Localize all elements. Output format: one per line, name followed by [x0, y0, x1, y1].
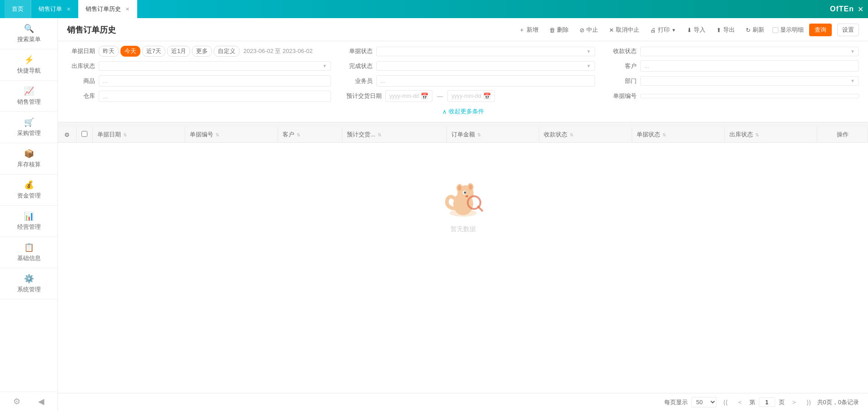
sidebar-item-base-info[interactable]: 📋 基础信息	[0, 237, 58, 268]
date-7days-btn[interactable]: 近7天	[142, 46, 165, 57]
import-icon: ⬇	[687, 27, 692, 34]
col-amount[interactable]: 订单金额 ⇅	[446, 127, 539, 143]
display-toggle[interactable]: 显示明细	[772, 26, 804, 34]
prev-page-btn[interactable]: ＜	[734, 397, 746, 407]
svg-point-8	[464, 192, 466, 194]
order-status-chevron: ▼	[586, 49, 591, 54]
sidebar-item-search-menu[interactable]: 🔍 搜索菜单	[0, 18, 58, 49]
col-settings[interactable]: ⚙	[58, 127, 76, 143]
date-today-btn[interactable]: 今天	[120, 46, 140, 57]
filter-section-receipt-status: 收款状态 ▼	[595, 47, 859, 56]
tab-sales-order[interactable]: 销售订单 ✕	[31, 0, 78, 18]
svg-point-4	[458, 185, 461, 191]
delivery-date-to-input[interactable]: yyyy-mm-dd 📅	[447, 90, 494, 102]
receipt-status-select[interactable]: ▼	[640, 47, 859, 56]
customer-input[interactable]: ...	[640, 60, 859, 72]
tab-sales-order-history[interactable]: 销售订单历史 ✕	[78, 0, 137, 18]
salesperson-input[interactable]: ...	[376, 75, 595, 87]
print-button[interactable]: 🖨 打印 ▼	[647, 24, 679, 36]
page-title-row: 销售订单历史 ＋ 新增 🗑 删除 ⊘ 中止 ✕	[67, 24, 859, 41]
cancel-stop-icon: ✕	[609, 27, 614, 34]
sidebar-item-sales[interactable]: 📈 销售管理	[0, 81, 58, 112]
sidebar-item-quick-nav[interactable]: ⚡ 快捷导航	[0, 49, 58, 81]
sidebar-item-operations[interactable]: 📊 经营管理	[0, 206, 58, 237]
collapse-label: 收起更多条件	[449, 107, 484, 116]
refresh-button[interactable]: ↻ 刷新	[743, 24, 767, 36]
sidebar-item-purchase[interactable]: 🛒 采购管理	[0, 112, 58, 143]
main-layout: 🔍 搜索菜单 ⚡ 快捷导航 📈 销售管理 🛒 采购管理 📦 库存核算 💰 资金管…	[0, 18, 868, 411]
stop-label: 中止	[586, 26, 598, 34]
col-date[interactable]: 单据日期 ⇅	[92, 127, 185, 143]
sidebar-item-inventory[interactable]: 📦 库存核算	[0, 143, 58, 174]
col-delivery[interactable]: 预计交货... ⇅	[342, 127, 446, 143]
salesperson-label: 业务员	[345, 77, 376, 85]
select-all-checkbox[interactable]	[82, 131, 87, 137]
page-size-select[interactable]: 20 50 100 200	[691, 397, 717, 407]
filter-section-order-status: 单据状态 ▼	[331, 47, 595, 56]
page-number-input[interactable]	[759, 397, 775, 407]
inventory-icon: 📦	[24, 149, 34, 159]
sidebar-item-sys-label: 系统管理	[17, 285, 41, 294]
cancel-stop-button[interactable]: ✕ 取消中止	[606, 24, 642, 36]
tab-sales-order-history-close[interactable]: ✕	[125, 6, 129, 12]
last-page-btn[interactable]: ⟩⟩	[804, 398, 814, 407]
sidebar-item-sys-mgmt[interactable]: ⚙️ 系统管理	[0, 268, 58, 300]
date-more-btn[interactable]: 更多	[192, 46, 212, 57]
date-custom-btn[interactable]: 自定义	[214, 46, 240, 57]
delete-button[interactable]: 🗑 删除	[547, 24, 571, 36]
table-settings-icon[interactable]: ⚙	[64, 131, 70, 138]
import-button[interactable]: ⬇ 导入	[684, 24, 708, 36]
warehouse-label: 仓库	[67, 92, 99, 100]
col-order-no[interactable]: 单据编号 ⇅	[185, 127, 278, 143]
tab-sales-order-close[interactable]: ✕	[67, 6, 71, 12]
department-chevron: ▼	[850, 78, 855, 83]
filter-section-salesperson: 业务员 ...	[331, 75, 595, 87]
out-status-select[interactable]: ▼	[99, 61, 331, 71]
order-no-input[interactable]	[640, 94, 859, 98]
next-page-btn[interactable]: ＞	[788, 397, 800, 407]
sidebar-collapse-icon[interactable]: ◀	[38, 396, 44, 406]
display-detail-checkbox[interactable]	[772, 27, 778, 33]
settings-button[interactable]: 设置	[837, 24, 859, 36]
order-status-label: 单据状态	[345, 47, 376, 55]
operations-icon: 📊	[24, 211, 34, 221]
filter-area: 单据日期 昨天 今天 近7天	[58, 41, 868, 122]
department-select[interactable]: ▼	[640, 76, 859, 86]
collapse-button[interactable]: ∧ 收起更多条件	[67, 106, 859, 117]
date-1month-btn[interactable]: 近1月	[167, 46, 190, 57]
sidebar-item-search-label: 搜索菜单	[17, 35, 41, 44]
sidebar-settings-icon[interactable]: ⚙	[13, 396, 20, 406]
delivery-date-from-input[interactable]: yyyy-mm-dd 📅	[385, 90, 432, 102]
complete-status-select[interactable]: ▼	[376, 61, 595, 71]
top-close-icon[interactable]: ✕	[858, 5, 863, 14]
sidebar-item-purchase-label: 采购管理	[17, 129, 41, 137]
empty-text: 暂无数据	[451, 225, 476, 233]
warehouse-input[interactable]: ...	[99, 91, 331, 102]
date-yesterday-btn[interactable]: 昨天	[99, 46, 119, 57]
filter-section-department: 部门 ▼	[595, 76, 859, 86]
first-page-btn[interactable]: ⟨⟨	[720, 398, 730, 407]
search-button[interactable]: 查询	[809, 24, 832, 36]
amount-sort-icon: ⇅	[477, 132, 481, 137]
col-order-status[interactable]: 单据状态 ⇅	[632, 127, 724, 143]
order-no-label: 单据编号	[609, 92, 640, 100]
stop-button[interactable]: ⊘ 中止	[577, 24, 601, 36]
col-receipt-status[interactable]: 收款状态 ⇅	[539, 127, 632, 143]
export-icon: ⬆	[716, 27, 721, 34]
sidebar-item-finance[interactable]: 💰 资金管理	[0, 174, 58, 206]
sys-mgmt-icon: ⚙️	[24, 274, 34, 284]
col-out-status[interactable]: 出库状态 ⇅	[724, 127, 817, 143]
tab-home[interactable]: 首页	[5, 0, 31, 18]
col-customer[interactable]: 客户 ⇅	[278, 127, 342, 143]
col-checkbox[interactable]	[76, 127, 92, 143]
goods-input[interactable]: ...	[99, 75, 331, 87]
quick-nav-icon: ⚡	[24, 55, 34, 65]
calendar-to-icon: 📅	[483, 92, 491, 100]
new-button[interactable]: ＋ 新增	[516, 24, 541, 36]
order-status-select[interactable]: ▼	[376, 47, 595, 56]
export-label: 导出	[723, 26, 735, 34]
date-quick-btns: 昨天 今天 近7天 近1月 更多	[99, 46, 240, 57]
data-table: ⚙ 单据日期 ⇅ 单据编号	[58, 127, 868, 143]
export-button[interactable]: ⬆ 导出	[714, 24, 738, 36]
page-unit: 页	[779, 398, 785, 406]
